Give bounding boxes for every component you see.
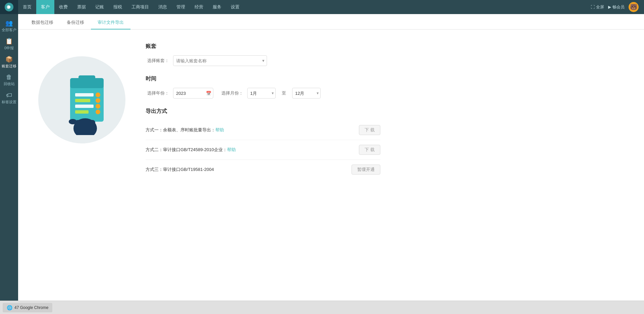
- page-content: 账套 选择账套： ▾ 时间 选择年份：: [18, 29, 644, 301]
- method3-text: 方式三：审计接口GB/T19581-2004: [146, 167, 214, 173]
- method2-help-link[interactable]: 帮助: [227, 147, 236, 152]
- svg-point-1: [8, 6, 10, 8]
- top-navigation: 首页 客户 收费 票据 记账 报税 工商项目 消息 管理 经营 服务 设置 ⛶ …: [0, 0, 644, 14]
- fullscreen-icon: ⛶: [591, 5, 595, 9]
- tab-bar: 数据包迁移 备份迁移 审计文件导出: [18, 14, 644, 29]
- tab-backup-migrate[interactable]: 备份迁移: [60, 16, 91, 29]
- user-avatar[interactable]: 🐻: [629, 2, 639, 12]
- method1-row: 方式一：余额表、序时账批量导出：帮助 下 载: [146, 120, 380, 140]
- nav-home[interactable]: 首页: [18, 0, 36, 14]
- month-start-select[interactable]: 1月2月3月 4月5月6月 7月8月9月 10月11月12月: [247, 88, 276, 99]
- taskbar-item-label: 47 Google Chrome: [14, 305, 48, 310]
- svg-rect-7: [75, 105, 94, 108]
- account-input[interactable]: [173, 55, 267, 66]
- method3-row: 方式三：审计接口GB/T19581-2004 暂缓开通: [146, 160, 380, 179]
- svg-point-10: [96, 98, 100, 103]
- nav-settings[interactable]: 设置: [226, 0, 244, 14]
- illustration-area: [38, 56, 125, 143]
- svg-point-12: [96, 110, 100, 114]
- declare-icon: 📋: [5, 38, 13, 45]
- export-section-title: 导出方式: [146, 108, 380, 115]
- customers-icon: 👥: [5, 19, 13, 27]
- method2-row: 方式二：审计接口GB/T24589-2010企业：帮助 下 载: [146, 140, 380, 160]
- month-label: 选择月份：: [221, 90, 243, 96]
- trash-icon: 🗑: [6, 74, 12, 81]
- fullscreen-button[interactable]: ⛶ 全屏: [591, 4, 604, 10]
- illustration-circle: [38, 56, 125, 143]
- account-row: 选择账套： ▾: [146, 55, 380, 66]
- method3-pending-button[interactable]: 暂缓开通: [352, 165, 380, 175]
- account-section-title: 账套: [146, 43, 380, 50]
- year-input[interactable]: [173, 88, 213, 99]
- vip-icon: ▶: [608, 5, 611, 9]
- taskbar-chrome-item[interactable]: 🌐 47 Google Chrome: [3, 303, 52, 312]
- year-label: 选择年份：: [146, 90, 169, 96]
- nav-business[interactable]: 工商项目: [127, 0, 154, 14]
- account-section: 账套 选择账套： ▾: [146, 43, 380, 66]
- svg-rect-5: [75, 93, 94, 97]
- method1-download-button[interactable]: 下 载: [359, 125, 380, 135]
- main-layout: 👥 全部客户 📋 0申报 📦 账套迁移 🗑 回收站 🏷 标签设置 数据包迁移 备…: [0, 14, 644, 301]
- nav-right-area: ⛶ 全屏 ▶ 畅会员 🐻: [591, 2, 644, 12]
- nav-customer[interactable]: 客户: [36, 0, 54, 14]
- method1-text: 方式一：余额表、序时账批量导出：帮助: [146, 127, 224, 133]
- sidebar-item-account-migrate[interactable]: 📦 账套迁移: [0, 53, 18, 71]
- time-section: 时间 选择年份： 📅 选择月份： 1月2月3月 4月5月6月 7月: [146, 75, 380, 99]
- nav-message[interactable]: 消息: [154, 0, 172, 14]
- sidebar-item-all-customers[interactable]: 👥 全部客户: [0, 17, 18, 35]
- nav-fee[interactable]: 收费: [54, 0, 72, 14]
- vip-button[interactable]: ▶ 畅会员: [608, 4, 625, 10]
- sidebar-item-zero-declare[interactable]: 📋 0申报: [0, 35, 18, 53]
- export-section: 导出方式 方式一：余额表、序时账批量导出：帮助 下 载 方式二：审计接口GB/T…: [146, 108, 380, 179]
- method2-download-button[interactable]: 下 载: [359, 145, 380, 155]
- sidebar-item-recycle[interactable]: 🗑 回收站: [0, 71, 18, 89]
- svg-point-15: [69, 119, 77, 124]
- account-label: 选择账套：: [146, 58, 169, 64]
- content-area: 数据包迁移 备份迁移 审计文件导出: [18, 14, 644, 301]
- nav-accounting[interactable]: 记账: [91, 0, 109, 14]
- account-select-wrapper: ▾: [173, 55, 267, 66]
- tab-audit-export[interactable]: 审计文件导出: [91, 16, 130, 29]
- taskbar: 🌐 47 Google Chrome: [0, 301, 644, 314]
- chrome-icon: 🌐: [7, 305, 12, 310]
- tab-data-migrate[interactable]: 数据包迁移: [25, 16, 60, 29]
- svg-point-9: [96, 92, 100, 97]
- svg-point-11: [96, 104, 100, 109]
- nav-service[interactable]: 服务: [208, 0, 226, 14]
- month-end-wrapper: 1月2月3月 4月5月6月 7月8月9月 10月11月12月 ▾: [292, 88, 321, 99]
- svg-rect-14: [75, 120, 95, 132]
- migrate-icon: 📦: [5, 56, 13, 63]
- time-section-title: 时间: [146, 75, 380, 82]
- sidebar: 👥 全部客户 📋 0申报 📦 账套迁移 🗑 回收站 🏷 标签设置: [0, 14, 18, 301]
- nav-menu: 首页 客户 收费 票据 记账 报税 工商项目 消息 管理 经营 服务 设置: [18, 0, 591, 14]
- svg-rect-6: [75, 99, 90, 102]
- nav-invoice[interactable]: 票据: [72, 0, 91, 14]
- method2-text: 方式二：审计接口GB/T24589-2010企业：帮助: [146, 147, 236, 153]
- month-start-wrapper: 1月2月3月 4月5月6月 7月8月9月 10月11月12月 ▾: [247, 88, 276, 99]
- to-text: 至: [282, 90, 286, 96]
- app-logo: [0, 0, 18, 14]
- nav-manage[interactable]: 管理: [172, 0, 190, 14]
- nav-operation[interactable]: 经营: [190, 0, 208, 14]
- sidebar-item-label-settings[interactable]: 🏷 标签设置: [0, 89, 18, 107]
- svg-rect-8: [75, 110, 89, 114]
- label-icon: 🏷: [6, 92, 12, 99]
- svg-rect-4: [78, 75, 95, 82]
- nav-tax[interactable]: 报税: [109, 0, 127, 14]
- method1-help-link[interactable]: 帮助: [215, 127, 224, 132]
- month-end-select[interactable]: 1月2月3月 4月5月6月 7月8月9月 10月11月12月: [292, 88, 321, 99]
- year-input-wrapper: 📅: [173, 88, 213, 99]
- time-row: 选择年份： 📅 选择月份： 1月2月3月 4月5月6月 7月8月9月 10月11: [146, 88, 380, 99]
- form-area: 账套 选择账套： ▾ 时间 选择年份：: [146, 43, 380, 189]
